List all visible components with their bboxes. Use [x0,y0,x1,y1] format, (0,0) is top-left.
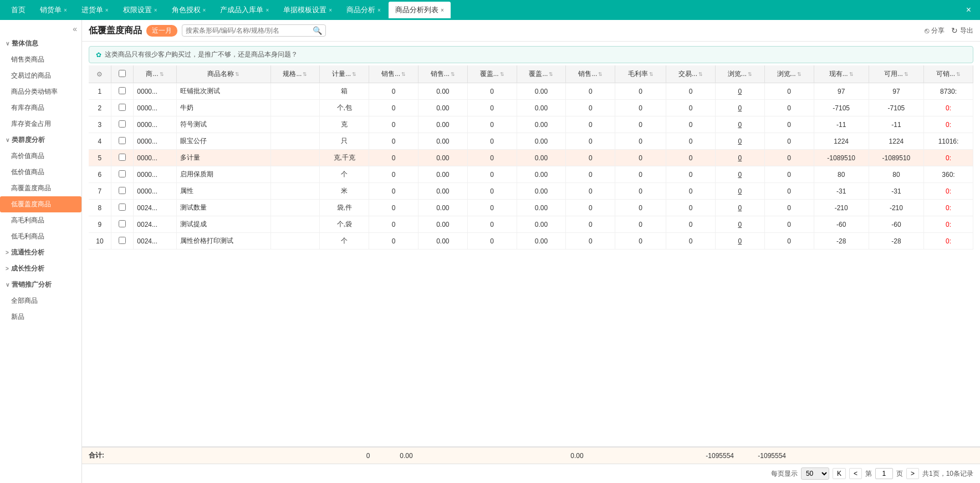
column-browse1[interactable]: 浏览...⇅ [715,65,764,83]
column-unit[interactable]: 计量...⇅ [320,65,369,83]
cell-name[interactable]: 属性 [176,183,270,200]
select-all-checkbox[interactable] [119,70,126,77]
column-spec[interactable]: 规格...⇅ [270,65,320,83]
column-code[interactable]: 商...⇅ [134,65,176,83]
sidebar-collapse-button[interactable]: « [73,24,77,33]
cell-checkbox[interactable] [111,183,134,200]
cell-browse1[interactable]: 0 [715,83,764,100]
nav-tab-analysis[interactable]: 商品分析 × [340,2,387,18]
cell-browse1[interactable]: 0 [715,166,764,183]
close-icon[interactable]: × [105,7,109,13]
column-settings[interactable]: ⚙ [89,65,111,83]
cell-name[interactable]: 测试提成 [176,216,270,233]
sidebar-section-growth[interactable]: > 成长性分析 [0,261,81,277]
cell-checkbox[interactable] [111,100,134,116]
sidebar-item-low-value[interactable]: 低价值商品 [0,164,81,180]
prev-page-button[interactable]: < [849,468,862,479]
close-icon[interactable]: × [377,7,381,13]
column-browse2[interactable]: 浏览...⇅ [764,65,814,83]
nav-tab-purchase[interactable]: 进货单 × [75,2,115,18]
sidebar-item-category-rate[interactable]: 商品分类动销率 [0,84,81,100]
sidebar-section-marketing[interactable]: ∨ 营销推广分析 [0,277,81,293]
sidebar-section-overall[interactable]: ∨ 整体信息 [0,35,81,52]
column-cover2[interactable]: 覆盖...⇅ [517,65,566,83]
sidebar-item-inventory-capital[interactable]: 库存资金占用 [0,116,81,132]
column-available[interactable]: 可用...⇅ [869,65,923,83]
row-checkbox[interactable] [119,137,126,144]
cell-browse1[interactable]: 0 [715,216,764,233]
cell-name[interactable]: 旺铺批次测试 [176,83,270,100]
cell-browse1[interactable]: 0 [715,200,764,216]
cell-checkbox[interactable] [111,216,134,233]
sidebar-item-traded-goods[interactable]: 交易过的商品 [0,68,81,84]
cell-name[interactable]: 测试数量 [176,200,270,216]
row-checkbox[interactable] [119,104,126,111]
column-sales3[interactable]: 销售...⇅ [566,65,615,83]
sidebar-item-sales-goods[interactable]: 销售类商品 [0,52,81,68]
sidebar-item-high-value[interactable]: 高价值商品 [0,148,81,164]
cell-browse1[interactable]: 0 [715,183,764,200]
cell-browse1[interactable]: 0 [715,150,764,166]
sidebar-item-low-coverage[interactable]: 低覆盖度商品 [0,196,81,212]
column-sales1[interactable]: 销售...⇅ [369,65,418,83]
column-name[interactable]: 商品名称⇅ [176,65,270,83]
nav-tab-product-warehouse[interactable]: 产成品入库单 × [213,2,275,18]
cell-browse1[interactable]: 0 [715,100,764,116]
search-input[interactable] [186,27,313,34]
nav-tab-template[interactable]: 单据模板设置 × [277,2,339,18]
cell-name[interactable]: 启用保质期 [176,166,270,183]
nav-tab-home[interactable]: 首页 [4,2,32,18]
sidebar-item-new-goods[interactable]: 新品 [0,309,81,325]
row-checkbox[interactable] [119,237,126,244]
cell-browse1[interactable]: 0 [715,133,764,150]
cell-name[interactable]: 眼宝公仔 [176,133,270,150]
cell-name[interactable]: 多计量 [176,150,270,166]
page-number-input[interactable] [875,468,893,479]
column-saleable[interactable]: 可销...⇅ [924,65,973,83]
column-sales2[interactable]: 销售...⇅ [418,65,467,83]
nav-tab-sales[interactable]: 销货单 × [33,2,74,18]
close-icon[interactable]: × [441,7,444,13]
row-checkbox[interactable] [119,120,126,128]
first-page-button[interactable]: K [833,468,846,479]
sidebar-item-low-margin[interactable]: 低毛利商品 [0,228,81,245]
close-icon[interactable]: × [266,7,269,13]
sidebar-item-all-goods[interactable]: 全部商品 [0,293,81,309]
close-icon[interactable]: × [329,7,332,13]
nav-tab-analysis-list[interactable]: 商品分析列表 × [389,2,451,18]
cell-browse1[interactable]: 0 [715,233,764,250]
cell-checkbox[interactable] [111,233,134,250]
row-checkbox[interactable] [119,204,126,211]
export-button[interactable]: ↻ 导出 [951,26,973,35]
column-checkbox[interactable] [111,65,134,83]
close-icon[interactable]: × [154,7,157,13]
column-margin[interactable]: 毛利率⇅ [615,65,666,83]
sidebar-section-cluster[interactable]: ∨ 类群度分析 [0,132,81,148]
sidebar-item-stocked-goods[interactable]: 有库存商品 [0,100,81,116]
column-cover1[interactable]: 覆盖...⇅ [467,65,517,83]
cell-browse1[interactable]: 0 [715,116,764,133]
column-current[interactable]: 现有...⇅ [814,65,869,83]
row-checkbox[interactable] [119,170,126,177]
next-page-button[interactable]: > [906,468,919,479]
row-checkbox[interactable] [119,187,126,194]
cell-name[interactable]: 属性价格打印测试 [176,233,270,250]
cell-checkbox[interactable] [111,166,134,183]
cell-checkbox[interactable] [111,116,134,133]
close-all-button[interactable]: × [962,5,976,15]
cell-checkbox[interactable] [111,150,134,166]
sidebar-item-high-margin[interactable]: 高毛利商品 [0,212,81,228]
row-checkbox[interactable] [119,220,126,227]
close-icon[interactable]: × [203,7,206,13]
cell-checkbox[interactable] [111,200,134,216]
row-checkbox[interactable] [119,87,126,94]
share-button[interactable]: ⎋ 分享 [925,26,945,35]
time-filter-button[interactable]: 近一月 [146,25,177,37]
cell-name[interactable]: 符号测试 [176,116,270,133]
row-checkbox[interactable] [119,154,126,161]
cell-checkbox[interactable] [111,133,134,150]
close-icon[interactable]: × [64,7,67,13]
nav-tab-role[interactable]: 角色授权 × [165,2,213,18]
column-trade[interactable]: 交易...⇅ [666,65,716,83]
page-size-select[interactable]: 50 20 100 [801,467,829,480]
